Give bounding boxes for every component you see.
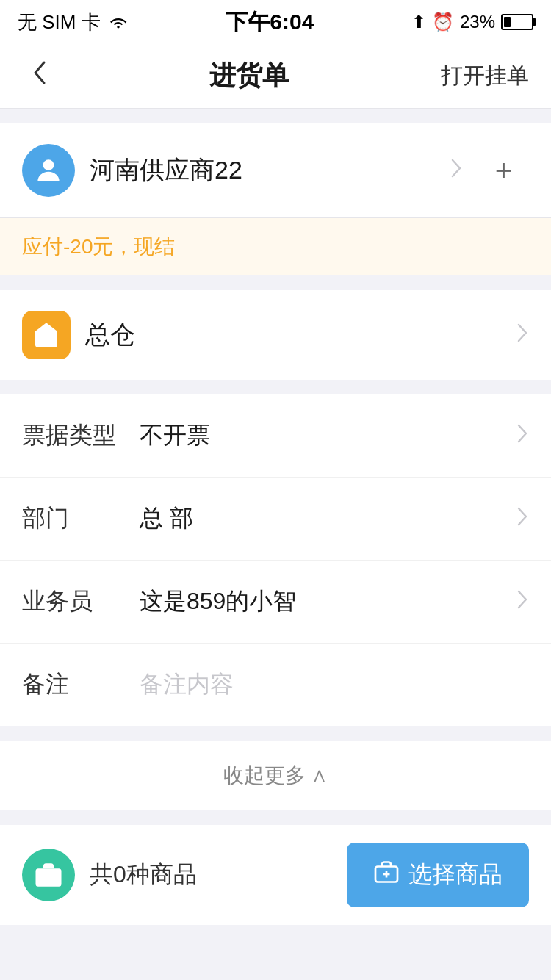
wifi-icon	[108, 11, 129, 34]
status-bar-time: 下午6:04	[226, 7, 314, 37]
select-product-button[interactable]: 选择商品	[347, 843, 529, 907]
back-button[interactable]	[22, 49, 57, 103]
product-bar: 共0种商品 选择商品	[0, 825, 551, 925]
salesman-label: 业务员	[22, 586, 125, 618]
status-bar-right: ⬆ ⏰ 23%	[411, 12, 533, 32]
section-gap-1	[0, 109, 551, 123]
department-label: 部门	[22, 502, 125, 535]
alarm-icon: ⏰	[432, 12, 454, 32]
status-bar-left: 无 SIM 卡	[18, 10, 129, 35]
page-title: 进货单	[209, 58, 289, 94]
supplier-name: 河南供应商22	[90, 154, 450, 187]
salesman-arrow-icon	[516, 588, 529, 616]
notice-bar: 应付-20元，现结	[0, 218, 551, 275]
bill-type-label: 票据类型	[22, 419, 125, 452]
form-section: 票据类型 不开票 部门 总 部 业务员 这是859的小智 备注 备注内容	[0, 394, 551, 726]
salesman-row[interactable]: 业务员 这是859的小智	[0, 561, 551, 644]
add-supplier-button[interactable]: +	[478, 145, 529, 196]
warehouse-arrow-icon	[516, 322, 529, 349]
department-arrow-icon	[516, 505, 529, 533]
remark-placeholder: 备注内容	[125, 669, 529, 701]
battery-icon	[501, 14, 533, 30]
svg-point-0	[43, 159, 54, 170]
status-bar: 无 SIM 卡 下午6:04 ⬆ ⏰ 23%	[0, 0, 551, 44]
supplier-arrow-icon	[450, 157, 463, 184]
bill-type-row[interactable]: 票据类型 不开票	[0, 394, 551, 478]
supplier-section: 河南供应商22 + 应付-20元，现结	[0, 123, 551, 275]
open-pending-button[interactable]: 打开挂单	[441, 61, 529, 91]
product-count: 共0种商品	[90, 859, 347, 891]
warehouse-name: 总仓	[85, 318, 516, 352]
warehouse-section: 总仓	[0, 290, 551, 380]
product-icon	[22, 849, 75, 901]
remark-row[interactable]: 备注 备注内容	[0, 644, 551, 726]
battery-label: 23%	[460, 12, 495, 32]
location-icon: ⬆	[411, 12, 426, 32]
warehouse-row[interactable]: 总仓	[0, 290, 551, 380]
bill-type-value: 不开票	[125, 419, 516, 452]
svg-rect-2	[36, 868, 62, 887]
select-product-label: 选择商品	[408, 859, 503, 891]
section-gap-2	[0, 275, 551, 290]
nav-bar: 进货单 打开挂单	[0, 44, 551, 109]
warehouse-icon	[22, 311, 71, 359]
collapse-bar[interactable]: 收起更多 ∧	[0, 741, 551, 810]
department-row[interactable]: 部门 总 部	[0, 478, 551, 561]
svg-rect-1	[43, 337, 50, 347]
salesman-value: 这是859的小智	[125, 586, 516, 618]
supplier-row[interactable]: 河南供应商22 +	[0, 123, 551, 218]
carrier-label: 无 SIM 卡	[18, 10, 101, 35]
supplier-avatar	[22, 144, 75, 197]
department-value: 总 部	[125, 502, 516, 535]
remark-label: 备注	[22, 669, 125, 701]
bill-type-arrow-icon	[516, 422, 529, 450]
select-product-icon	[373, 859, 400, 891]
